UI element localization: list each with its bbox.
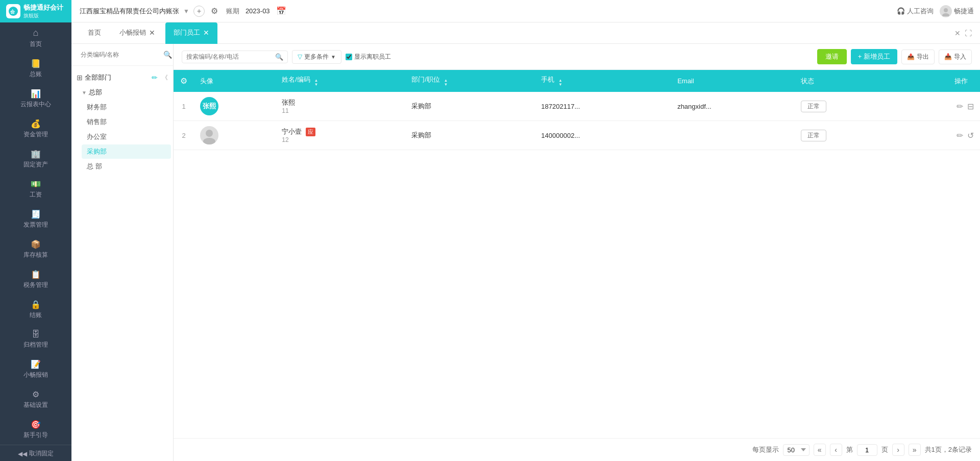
close-window-icon[interactable]: ✕ <box>954 29 961 37</box>
sidebar-item-payroll[interactable]: 💵 工资 <box>0 174 71 204</box>
email-cell-2 <box>671 121 795 150</box>
expand-window-icon[interactable]: ⛶ <box>965 29 972 37</box>
th-dept[interactable]: 部门/职位 ▲▼ <box>405 70 535 92</box>
dept-item-xiaoshoubu[interactable]: 销售部 <box>82 115 171 129</box>
sidebar-item-assets[interactable]: 🏢 固定资产 <box>0 144 71 174</box>
action-icons-2: ✏ ↺ <box>901 131 974 140</box>
sidebar-item-funds[interactable]: 💰 资金管理 <box>0 114 71 144</box>
email-cell-1: zhangxidf... <box>671 92 795 121</box>
export-button[interactable]: 📤 导出 <box>901 50 935 64</box>
add-employee-button[interactable]: + 新增员工 <box>851 49 897 64</box>
per-page-select[interactable]: 10 20 50 100 <box>783 444 810 456</box>
tag-ying-2: 应 <box>306 128 315 136</box>
table-settings-icon[interactable]: ⚙ <box>180 77 187 85</box>
avatar <box>940 5 952 17</box>
dept-item-zongbu[interactable]: 总 部 <box>82 159 171 174</box>
action-cell-1: ✏ ⊟ <box>895 92 980 121</box>
dept-tree: ⊞ 全部部门 ✏ 《 ▼ 总部 财务部 <box>71 66 173 461</box>
next-page-button[interactable]: › <box>892 444 904 456</box>
dept-search-input[interactable] <box>77 49 161 60</box>
show-resigned-checkbox[interactable] <box>346 54 352 60</box>
sidebar-item-close[interactable]: 🔒 结账 <box>0 295 71 325</box>
export-label: 导出 <box>917 53 929 61</box>
first-page-button[interactable]: « <box>814 444 826 456</box>
delete-icon-1[interactable]: ⊟ <box>967 102 974 111</box>
status-badge-1: 正常 <box>801 101 826 112</box>
sidebar-label-assets: 固定资产 <box>23 160 48 169</box>
archive-icon: 🗄 <box>32 330 40 339</box>
dropdown-arrow-icon[interactable]: ▼ <box>183 8 189 15</box>
dept-root-item[interactable]: ⊞ 全部部门 ✏ 《 <box>71 70 173 85</box>
dept-item-caiwubu[interactable]: 财务部 <box>82 100 171 114</box>
employee-search-input[interactable] <box>186 53 273 60</box>
user-area[interactable]: 畅捷通 <box>940 5 974 17</box>
tab-dept-label: 部门员工 <box>174 28 200 37</box>
sidebar-item-invoice[interactable]: 🧾 发票管理 <box>0 204 71 234</box>
sidebar-item-expense[interactable]: 📝 小畅报销 <box>0 354 71 384</box>
per-page-label: 每页显示 <box>752 445 779 454</box>
employee-toolbar: 🔍 ▽ 更多条件 ▼ 显示离职员工 邀请 + 新增员工 <box>174 44 980 70</box>
calendar-icon[interactable]: 📅 <box>276 6 286 16</box>
tab-expense[interactable]: 小畅报销 ✕ <box>111 22 163 44</box>
service-button[interactable]: 🎧 人工咨询 <box>897 7 934 16</box>
dept-item-caigoubu[interactable]: 采购部 <box>82 144 171 159</box>
tab-dept-employee[interactable]: 部门员工 ✕ <box>165 22 217 44</box>
sidebar-item-ledger[interactable]: 📒 总账 <box>0 54 71 84</box>
svg-point-4 <box>206 130 213 137</box>
tax-icon: 📋 <box>31 270 41 279</box>
sort-phone-icon: ▲▼ <box>558 79 562 87</box>
sidebar-label-funds: 资金管理 <box>23 130 48 139</box>
employee-name-1: 张熙 <box>282 98 399 107</box>
edit-icon-1[interactable]: ✏ <box>957 102 963 111</box>
tab-dept-close-icon[interactable]: ✕ <box>203 29 209 37</box>
dept-parent-zonbu: ▼ 总部 <box>71 85 173 100</box>
cancel-pin-area[interactable]: ◀◀ 取消固定 <box>0 445 71 461</box>
sidebar-item-archive[interactable]: 🗄 归档管理 <box>0 325 71 354</box>
status-cell-2: 正常 <box>795 121 896 150</box>
invite-button[interactable]: 邀请 <box>817 49 847 64</box>
prev-page-button[interactable]: ‹ <box>830 444 842 456</box>
dept-item-bangongshi[interactable]: 办公室 <box>82 130 171 144</box>
sort-name-icon: ▲▼ <box>314 79 318 87</box>
refresh-icon-2[interactable]: ↺ <box>967 131 974 140</box>
dept-collapse-icon[interactable]: 《 <box>162 74 168 82</box>
row-index-2: 2 <box>174 121 194 150</box>
more-filter-button[interactable]: ▽ 更多条件 ▼ <box>292 50 341 64</box>
export-icon: 📤 <box>907 53 915 60</box>
last-page-button[interactable]: » <box>909 444 921 456</box>
edit-icon-2[interactable]: ✏ <box>957 131 963 140</box>
page-input[interactable] <box>857 444 877 456</box>
dept-edit-icon[interactable]: ✏ <box>152 74 158 82</box>
th-phone[interactable]: 手机 ▲▼ <box>535 70 671 92</box>
tab-home[interactable]: 首页 <box>80 22 109 44</box>
invoice-icon: 🧾 <box>31 209 41 219</box>
svg-point-2 <box>944 8 948 12</box>
import-button[interactable]: 📥 导入 <box>939 50 972 64</box>
close-period-icon: 🔒 <box>31 300 41 309</box>
th-name[interactable]: 姓名/编码 ▲▼ <box>276 70 405 92</box>
sidebar-label-archive: 归档管理 <box>23 341 48 349</box>
ledger-icon: 📒 <box>31 59 41 68</box>
sidebar-item-tax[interactable]: 📋 税务管理 <box>0 264 71 295</box>
sidebar-item-guide[interactable]: 🎯 新手引导 <box>0 415 71 445</box>
sidebar-item-settings[interactable]: ⚙ 基础设置 <box>0 384 71 415</box>
tab-expense-close-icon[interactable]: ✕ <box>149 29 155 37</box>
sidebar-item-inventory[interactable]: 📦 库存核算 <box>0 234 71 264</box>
sidebar-label-ledger: 总账 <box>30 70 42 79</box>
logo-text-area: 畅捷通好会计 旗舰版 <box>23 3 63 19</box>
guide-icon: 🎯 <box>31 420 41 429</box>
employee-search-wrap[interactable]: 🔍 <box>182 51 288 63</box>
th-settings[interactable]: ⚙ <box>174 70 194 92</box>
sidebar-label-settings: 基础设置 <box>23 401 48 409</box>
show-resigned-checkbox-wrap[interactable]: 显示离职员工 <box>346 53 391 61</box>
sidebar-item-home[interactable]: ⌂ 首页 <box>0 22 71 54</box>
main-layout: ⌂ 首页 📒 总账 📊 云报表中心 💰 资金管理 🏢 固定资产 💵 工资 🧾 发… <box>0 22 980 461</box>
employee-search-icon[interactable]: 🔍 <box>275 53 283 61</box>
settings-gear-icon[interactable]: ⚙ <box>211 6 218 16</box>
table-row: 1 张熙 张熙 11 采购部 187202117... zh <box>174 92 980 121</box>
user-name: 畅捷通 <box>954 7 974 16</box>
dept-search-icon[interactable]: 🔍 <box>163 51 172 59</box>
add-company-button[interactable]: ＋ <box>193 6 205 17</box>
show-resigned-label: 显示离职员工 <box>354 53 391 61</box>
sidebar-item-reports[interactable]: 📊 云报表中心 <box>0 84 71 114</box>
